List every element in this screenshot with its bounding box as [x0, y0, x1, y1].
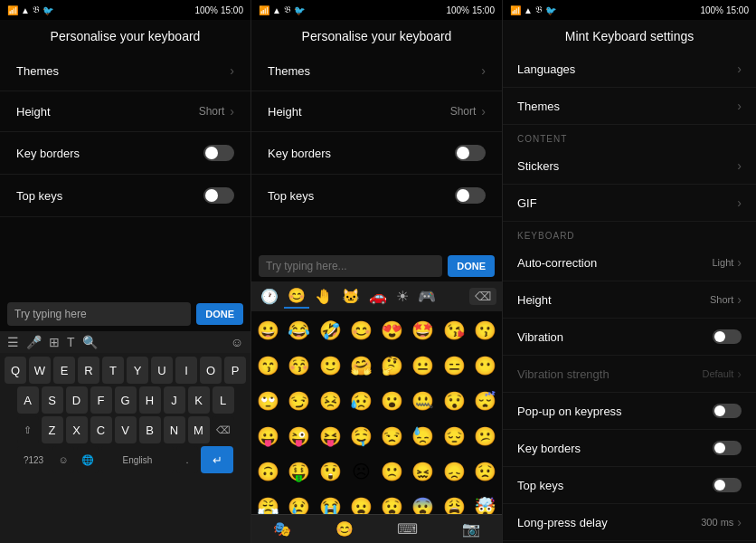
- emoji-cell[interactable]: 😤: [253, 490, 283, 515]
- emoji-cell[interactable]: 😗: [470, 313, 500, 348]
- key-borders-toggle-3[interactable]: [713, 441, 742, 455]
- key-j[interactable]: J: [164, 386, 185, 414]
- keyboard-input[interactable]: [7, 302, 191, 326]
- key-s[interactable]: S: [42, 386, 63, 414]
- done-button-1[interactable]: DONE: [196, 303, 243, 325]
- emoji-cell[interactable]: 🙄: [253, 384, 283, 418]
- autocorrection-row[interactable]: Auto-correction Light ›: [503, 244, 756, 281]
- key-m[interactable]: M: [188, 416, 210, 443]
- done-button-2[interactable]: DONE: [448, 255, 495, 277]
- emoji-cell[interactable]: 😑: [439, 348, 469, 383]
- emoji-cell[interactable]: 😢: [284, 490, 314, 515]
- key-period[interactable]: .: [176, 446, 198, 473]
- emoji-cell[interactable]: 😴: [470, 384, 500, 418]
- key-delete[interactable]: ⌫: [213, 416, 234, 443]
- themes-row-3[interactable]: Themes ›: [503, 88, 756, 125]
- top-keys-item-2[interactable]: Top keys: [251, 175, 502, 217]
- key-y[interactable]: Y: [127, 357, 148, 384]
- top-keys-toggle-3[interactable]: [713, 478, 742, 492]
- key-q[interactable]: Q: [5, 357, 26, 384]
- mic-icon[interactable]: 🎤: [26, 335, 42, 349]
- key-borders-item-2[interactable]: Key borders: [251, 132, 502, 175]
- clipboard-icon[interactable]: ⊞: [49, 335, 60, 349]
- gif-row[interactable]: GIF ›: [503, 185, 756, 222]
- emoji-cell[interactable]: 😕: [470, 419, 500, 453]
- key-e[interactable]: E: [53, 357, 75, 384]
- text-icon[interactable]: T: [67, 335, 75, 349]
- emoji-cell[interactable]: 😨: [408, 490, 438, 515]
- key-f[interactable]: F: [90, 386, 112, 414]
- emoji-icon-kb[interactable]: ☺: [231, 335, 243, 349]
- emoji-cell[interactable]: ☹: [346, 454, 376, 489]
- key-borders-toggle[interactable]: [203, 145, 234, 161]
- key-w[interactable]: W: [29, 357, 51, 384]
- search-icon[interactable]: 🔍: [82, 335, 98, 349]
- emoji-cell[interactable]: 😲: [316, 454, 345, 489]
- key-b[interactable]: B: [139, 416, 161, 443]
- key-borders-row-3[interactable]: Key borders: [503, 430, 756, 467]
- emoji-cell[interactable]: 😚: [284, 348, 314, 383]
- emoji-cell[interactable]: 😐: [408, 348, 438, 383]
- emoji-cell[interactable]: 😞: [439, 454, 469, 489]
- emoji-cell[interactable]: 😛: [253, 419, 283, 453]
- emoji-cell[interactable]: 🤔: [377, 348, 407, 383]
- emoji-cell[interactable]: 😟: [470, 454, 500, 489]
- top-keys-toggle-2[interactable]: [455, 187, 486, 204]
- emoji-cell[interactable]: 😝: [316, 419, 345, 453]
- key-v[interactable]: V: [115, 416, 137, 443]
- key-d[interactable]: D: [66, 386, 88, 414]
- key-lang[interactable]: 🌐: [77, 446, 99, 473]
- key-u[interactable]: U: [151, 357, 173, 384]
- emoji-cell[interactable]: 🤗: [346, 348, 376, 383]
- emoji-cell[interactable]: 😒: [377, 419, 407, 453]
- emoji-cell[interactable]: 😙: [253, 348, 283, 383]
- emoji-cell[interactable]: 🤯: [470, 490, 500, 515]
- emoji-cell[interactable]: 😂: [284, 313, 314, 348]
- popup-row[interactable]: Pop-up on keypress: [503, 393, 756, 430]
- key-t[interactable]: T: [102, 357, 124, 384]
- themes-item-2[interactable]: Themes ›: [251, 51, 502, 91]
- top-keys-row-3[interactable]: Top keys: [503, 467, 756, 504]
- popup-toggle[interactable]: [713, 404, 742, 418]
- vibration-toggle[interactable]: [713, 329, 742, 344]
- emoji-cell[interactable]: 😣: [316, 384, 345, 418]
- key-c[interactable]: C: [90, 416, 112, 443]
- emoji-cell[interactable]: 😖: [408, 454, 438, 489]
- emoji-cell[interactable]: 😍: [377, 313, 407, 348]
- top-keys-toggle[interactable]: [203, 187, 234, 204]
- emoji-cell[interactable]: 😓: [408, 419, 438, 453]
- key-enter[interactable]: ↵: [201, 446, 233, 473]
- emoji-cell[interactable]: 😩: [439, 490, 469, 515]
- emoji-cell[interactable]: 🙂: [316, 348, 345, 383]
- menu-icon[interactable]: ☰: [7, 335, 19, 349]
- key-shift[interactable]: ⇧: [17, 416, 39, 443]
- key-h[interactable]: H: [139, 386, 161, 414]
- emoji-nav-sticker[interactable]: 🎭: [273, 520, 291, 538]
- key-num[interactable]: ?123: [17, 446, 50, 473]
- key-borders-toggle-2[interactable]: [455, 145, 486, 161]
- emoji-cell[interactable]: 🤐: [408, 384, 438, 418]
- longpress-row[interactable]: Long-press delay 300 ms ›: [503, 504, 756, 541]
- key-english[interactable]: English: [101, 446, 174, 473]
- key-x[interactable]: X: [66, 416, 88, 443]
- emoji-cell[interactable]: 😮: [377, 384, 407, 418]
- emoji-tab-activity[interactable]: 🚗: [365, 285, 391, 308]
- emoji-cell[interactable]: 😶: [470, 348, 500, 383]
- emoji-cell[interactable]: 😀: [253, 313, 283, 348]
- emoji-cell[interactable]: 🙁: [377, 454, 407, 489]
- themes-item[interactable]: Themes ›: [0, 51, 250, 91]
- emoji-cell[interactable]: 🤩: [408, 313, 438, 348]
- key-borders-item[interactable]: Key borders: [0, 132, 250, 175]
- emoji-tab-face[interactable]: 😊: [284, 284, 309, 309]
- emoji-delete-btn[interactable]: ⌫: [469, 288, 496, 305]
- key-emoji[interactable]: ☺: [52, 446, 74, 473]
- key-l[interactable]: L: [213, 386, 234, 414]
- emoji-nav-emoji[interactable]: 😊: [335, 520, 354, 538]
- emoji-cell[interactable]: 😦: [346, 490, 376, 515]
- emoji-tab-clock[interactable]: 🕐: [257, 285, 282, 308]
- emoji-cell[interactable]: 🙃: [253, 454, 283, 489]
- emoji-nav-gif[interactable]: ⌨: [397, 520, 418, 538]
- height-row-3[interactable]: Height Short ›: [503, 281, 756, 319]
- emoji-tab-objects[interactable]: 🎮: [414, 285, 439, 308]
- emoji-cell[interactable]: 🤑: [284, 454, 314, 489]
